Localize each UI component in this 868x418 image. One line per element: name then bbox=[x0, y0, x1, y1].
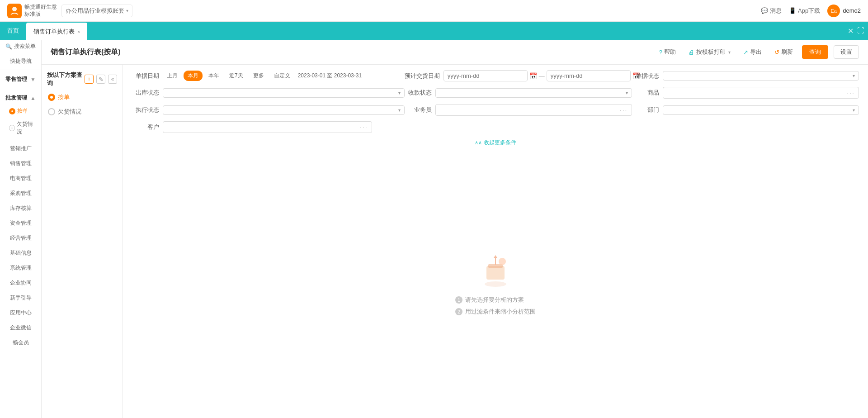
payment-cell: 收款状态 ▾ bbox=[405, 88, 632, 98]
tip-2-num: 2 bbox=[455, 308, 462, 315]
collapse-bar[interactable]: ∧∧ 收起更多条件 bbox=[132, 135, 859, 150]
sub-order-label: 按单 bbox=[17, 107, 28, 115]
retail-label: 零售管理 bbox=[5, 76, 27, 83]
help-label: 帮助 bbox=[664, 48, 676, 56]
filter-row-3: 执行状态 ▾ 业务员 ··· bbox=[132, 104, 859, 116]
sidebar-appstore[interactable]: 应用中心 bbox=[0, 305, 41, 320]
search-icon: 🔍 bbox=[5, 43, 12, 50]
export-btn[interactable]: ↗ 导出 bbox=[740, 46, 765, 58]
quick-nav-label: 快捷导航 bbox=[10, 57, 32, 65]
retail-arrow-icon: ▼ bbox=[30, 76, 36, 83]
scheme-collapse-btn[interactable]: « bbox=[108, 75, 117, 84]
quick-date-lastmonth[interactable]: 上月 bbox=[163, 71, 182, 81]
dept-arrow-icon: ▾ bbox=[853, 108, 855, 113]
window-close-btn[interactable]: ✕ bbox=[848, 27, 854, 35]
expected-date-end[interactable] bbox=[547, 70, 631, 81]
sidebar-ecommerce[interactable]: 电商管理 bbox=[0, 171, 41, 186]
sidebar-sales[interactable]: 销售管理 bbox=[0, 156, 41, 171]
salesperson-cell: 业务员 ··· bbox=[405, 104, 632, 116]
sidebar-sub-debt[interactable]: ○ 欠货情况 bbox=[0, 118, 41, 138]
customer-label: 客户 bbox=[132, 123, 159, 131]
sidebar-retail-section: 零售管理 ▼ bbox=[0, 70, 41, 89]
tab-sales-order[interactable]: 销售订单执行表 × bbox=[26, 23, 87, 41]
sidebar-finance[interactable]: 资金管理 bbox=[0, 216, 41, 231]
sidebar-enterprise[interactable]: 企业协同 bbox=[0, 276, 41, 290]
settings-btn[interactable]: 设置 bbox=[834, 45, 859, 59]
sidebar-operations[interactable]: 经营管理 bbox=[0, 231, 41, 246]
execution-select[interactable]: ▾ bbox=[163, 105, 405, 115]
quick-date-year[interactable]: 本年 bbox=[204, 71, 223, 81]
sidebar-search[interactable]: 🔍 搜索菜单 bbox=[0, 40, 41, 53]
scheme-order-icon bbox=[48, 94, 55, 101]
goods-input[interactable]: ··· bbox=[663, 87, 859, 99]
sub-order-icon: ● bbox=[9, 108, 15, 114]
quick-date-custom[interactable]: 自定义 bbox=[270, 71, 294, 81]
dept-select[interactable]: ▾ bbox=[663, 105, 859, 115]
app-download-action[interactable]: 📱 App下载 bbox=[789, 7, 820, 15]
page-title: 销售订单执行表(按单) bbox=[51, 48, 121, 57]
sidebar-system[interactable]: 系统管理 bbox=[0, 261, 41, 276]
logo-text: 畅捷通好生意 标准版 bbox=[24, 4, 57, 18]
sidebar-quick-nav[interactable]: 快捷导航 bbox=[0, 53, 41, 70]
print-template-btn[interactable]: 🖨 按模板打印 ▾ bbox=[685, 46, 734, 58]
quick-date-currentmonth[interactable]: 本月 bbox=[184, 71, 203, 81]
svg-rect-2 bbox=[486, 266, 505, 280]
delivery-select[interactable]: ▾ bbox=[163, 88, 405, 98]
payment-arrow-icon: ▾ bbox=[626, 90, 628, 95]
sidebar-basic[interactable]: 基础信息 bbox=[0, 246, 41, 261]
sidebar-retail-title[interactable]: 零售管理 ▼ bbox=[0, 73, 41, 86]
svg-point-0 bbox=[12, 7, 17, 11]
window-maximize-btn[interactable]: ⛶ bbox=[857, 27, 864, 35]
tab-bar: 首页 销售订单执行表 × ✕ ⛶ bbox=[0, 22, 868, 40]
scheme-add-btn[interactable]: + bbox=[85, 75, 94, 84]
sidebar-purchase[interactable]: 采购管理 bbox=[0, 186, 41, 201]
tab-home[interactable]: 首页 bbox=[0, 22, 26, 40]
calendar-start-icon[interactable]: 📅 bbox=[529, 72, 537, 80]
scheme-debt-label: 欠货情况 bbox=[58, 108, 81, 116]
expected-date-cell: 预计交货日期 📅 — 📅 bbox=[405, 70, 632, 81]
salesperson-input[interactable]: ··· bbox=[435, 104, 632, 116]
scheme-item-order[interactable]: 按单 bbox=[42, 90, 123, 104]
refresh-btn[interactable]: ↺ 刷新 bbox=[771, 46, 797, 58]
expected-date-start[interactable] bbox=[443, 70, 528, 81]
sidebar-newbie[interactable]: 新手引导 bbox=[0, 290, 41, 305]
sidebar-inventory[interactable]: 库存核算 bbox=[0, 201, 41, 216]
inventory-label: 库存核算 bbox=[10, 204, 32, 212]
filter-section: 单据日期 上月 本月 本年 近7天 更多 自定义 2023-03-01 至 20… bbox=[123, 65, 868, 150]
sidebar-wholesale-title[interactable]: 批发管理 ▲ bbox=[0, 91, 41, 104]
industry-selector[interactable]: 办公用品行业模拟账套 ▾ bbox=[61, 5, 132, 17]
query-btn[interactable]: 查询 bbox=[802, 45, 828, 59]
industry-label: 办公用品行业模拟账套 bbox=[66, 7, 124, 15]
vip-label: 畅会员 bbox=[13, 339, 29, 347]
scheme-edit-btn[interactable]: ✎ bbox=[96, 75, 105, 84]
scheme-title: 按以下方案查询 bbox=[47, 71, 85, 87]
date-label: 单据日期 bbox=[132, 72, 159, 80]
print-arrow-icon: ▾ bbox=[728, 50, 731, 55]
status-select[interactable]: ▾ bbox=[663, 71, 859, 81]
payment-select[interactable]: ▾ bbox=[435, 88, 632, 98]
sidebar-wechat[interactable]: 企业微信 bbox=[0, 320, 41, 335]
salesperson-dots-icon: ··· bbox=[620, 106, 628, 114]
sidebar-search-label: 搜索菜单 bbox=[14, 43, 36, 50]
refresh-icon: ↺ bbox=[774, 49, 779, 56]
scheme-item-debt[interactable]: 欠货情况 bbox=[42, 104, 123, 119]
enterprise-label: 企业协同 bbox=[10, 279, 32, 287]
avatar: Ea bbox=[827, 5, 840, 17]
help-btn[interactable]: ? 帮助 bbox=[656, 46, 679, 58]
export-label: 导出 bbox=[750, 48, 762, 56]
sidebar-sub-order[interactable]: ● 按单 bbox=[0, 104, 41, 118]
date-filter-cell: 单据日期 上月 本月 本年 近7天 更多 自定义 2023-03-01 至 20… bbox=[132, 71, 405, 81]
message-action[interactable]: 💬 消息 bbox=[761, 7, 782, 15]
customer-input[interactable]: ··· bbox=[163, 121, 372, 133]
marketing-label: 营销推广 bbox=[10, 145, 32, 152]
sidebar-marketing[interactable]: 营销推广 bbox=[0, 141, 41, 156]
sidebar-vip[interactable]: 畅会员 bbox=[0, 335, 41, 350]
quick-date-7days[interactable]: 近7天 bbox=[225, 71, 247, 81]
customer-cell: 客户 ··· bbox=[132, 121, 372, 133]
user-area[interactable]: Ea demo2 bbox=[827, 5, 861, 17]
tab-close-icon[interactable]: × bbox=[77, 29, 80, 34]
svg-marker-6 bbox=[494, 255, 497, 258]
payment-label: 收款状态 bbox=[405, 89, 432, 97]
quick-date-more[interactable]: 更多 bbox=[249, 71, 268, 81]
print-icon: 🖨 bbox=[689, 49, 694, 56]
